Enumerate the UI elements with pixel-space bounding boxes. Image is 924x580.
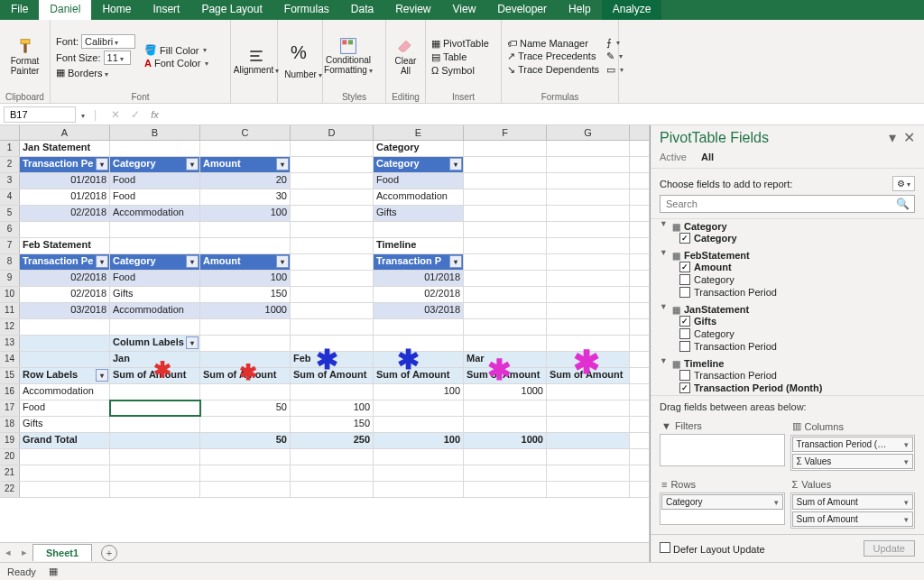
cell[interactable] [374, 222, 464, 237]
format-painter-button[interactable]: Format Painter [5, 23, 44, 90]
worksheet-grid[interactable]: 1 Jan Statement Category 2 Transaction P… [0, 141, 649, 542]
cell[interactable]: Accommodation [374, 189, 464, 205]
values-area[interactable]: Sum of Amount▾ Sum of Amount▾ [790, 493, 916, 529]
symbol-button[interactable]: Ω Symbol [431, 65, 489, 76]
filter-icon[interactable]: ▾ [449, 255, 462, 268]
cell[interactable]: 01/2018 [20, 189, 110, 205]
trace-precedents-button[interactable]: ↗ Trace Precedents [507, 51, 599, 62]
cell[interactable] [374, 352, 464, 367]
cell[interactable] [464, 157, 547, 172]
row-header[interactable]: 6 [0, 222, 20, 237]
row-header[interactable]: 7 [0, 238, 20, 253]
row-header[interactable]: 5 [0, 206, 20, 221]
row-header[interactable]: 21 [0, 465, 20, 481]
row-header[interactable]: 4 [0, 189, 20, 205]
cell[interactable] [464, 400, 547, 416]
row-header[interactable]: 18 [0, 417, 20, 432]
row-header[interactable]: 11 [0, 303, 20, 318]
font-color-button[interactable]: A Font Color [144, 58, 208, 69]
name-box-dropdown[interactable] [79, 108, 85, 121]
cell[interactable]: 20 [200, 173, 291, 189]
checkbox-checked-icon[interactable]: ✓ [679, 316, 690, 327]
filter-icon[interactable]: ▾ [96, 158, 108, 170]
cell[interactable] [547, 287, 630, 302]
cell[interactable]: 01/2018 [20, 173, 110, 189]
filter-icon[interactable]: ▾ [449, 158, 462, 170]
table-header[interactable]: Transaction Pe▾ [20, 254, 110, 270]
font-size-combo[interactable]: 11 [104, 51, 131, 65]
cell[interactable] [547, 465, 630, 481]
filter-icon[interactable]: ▾ [276, 255, 289, 268]
cell[interactable] [200, 384, 291, 400]
formulas-extra-3[interactable]: ▭ [606, 64, 624, 76]
cell[interactable] [291, 319, 374, 335]
formula-input[interactable] [164, 106, 924, 124]
cell[interactable] [110, 238, 200, 253]
cell[interactable] [374, 319, 464, 335]
sheet-nav-prev[interactable]: ◂ [0, 547, 16, 558]
filter-icon[interactable]: ▾ [186, 158, 199, 170]
cell[interactable]: 03/2018 [374, 303, 464, 318]
cell[interactable] [200, 449, 291, 465]
cell[interactable] [200, 336, 291, 351]
checkbox-icon[interactable] [679, 341, 690, 352]
enter-icon[interactable]: ✓ [131, 108, 140, 121]
chevron-down-icon[interactable]: ▾ [904, 498, 909, 507]
cell[interactable]: 150 [291, 417, 374, 432]
cell[interactable] [374, 449, 464, 465]
tab-insert[interactable]: Insert [142, 0, 190, 20]
cell[interactable] [291, 238, 374, 253]
cell[interactable]: 50 [200, 433, 291, 448]
cell[interactable] [547, 141, 630, 156]
field-group-feb[interactable]: FebStatement [684, 250, 750, 261]
cell[interactable]: Food [110, 189, 200, 205]
fill-color-button[interactable]: 🪣 Fill Color [144, 44, 208, 56]
row-header[interactable]: 14 [0, 352, 20, 367]
cell[interactable] [464, 449, 547, 465]
cell[interactable]: Mar [464, 352, 547, 367]
borders-dropdown[interactable]: Borders [68, 68, 108, 78]
cell[interactable] [547, 433, 630, 448]
checkbox-icon[interactable] [679, 287, 690, 298]
field-list[interactable]: ▦Category ✓Category ▦FebStatement ✓Amoun… [651, 218, 924, 396]
col-header-A[interactable]: A [20, 125, 110, 140]
cell[interactable]: Accommodation [110, 303, 200, 318]
row-header[interactable]: 13 [0, 336, 20, 351]
cell[interactable] [291, 384, 374, 400]
gear-button[interactable]: ⚙ [892, 176, 915, 191]
cell[interactable] [291, 465, 374, 481]
cell[interactable] [464, 319, 547, 335]
cell[interactable]: 100 [200, 206, 291, 221]
cell[interactable] [547, 271, 630, 286]
row-header[interactable]: 16 [0, 384, 20, 400]
select-all-corner[interactable] [0, 125, 20, 140]
col-header-D[interactable]: D [291, 125, 374, 140]
cell[interactable] [547, 336, 630, 351]
macro-record-icon[interactable]: ▦ [49, 566, 58, 577]
sheet-nav-next[interactable]: ▸ [16, 547, 32, 558]
row-header[interactable]: 10 [0, 287, 20, 302]
cell[interactable] [464, 336, 547, 351]
formulas-extra-2[interactable]: ✎ [606, 51, 624, 62]
cell[interactable]: 01/2018 [374, 271, 464, 286]
cell[interactable]: 100 [374, 384, 464, 400]
cell[interactable]: 100 [291, 400, 374, 416]
pivot-column-labels[interactable]: Column Labels▾ [110, 336, 200, 351]
update-button[interactable]: Update [864, 540, 915, 557]
field-search-input[interactable] [660, 195, 915, 213]
cell[interactable]: Food [110, 271, 200, 286]
field-item[interactable]: Gifts [694, 316, 716, 327]
cell[interactable] [547, 449, 630, 465]
cell[interactable]: 02/2018 [374, 287, 464, 302]
cell[interactable]: Sum of Amount [291, 368, 374, 383]
col-header-B[interactable]: B [110, 125, 200, 140]
filter-icon[interactable]: ▾ [96, 369, 108, 382]
cell[interactable] [20, 449, 110, 465]
col-header-C[interactable]: C [200, 125, 291, 140]
checkbox-checked-icon[interactable]: ✓ [679, 262, 690, 272]
area-item[interactable]: Sum of Amount▾ [792, 494, 914, 510]
font-name-combo[interactable]: Calibri [81, 34, 135, 49]
field-item[interactable]: Amount [694, 262, 732, 272]
cell[interactable] [547, 222, 630, 237]
cell[interactable] [110, 141, 200, 156]
